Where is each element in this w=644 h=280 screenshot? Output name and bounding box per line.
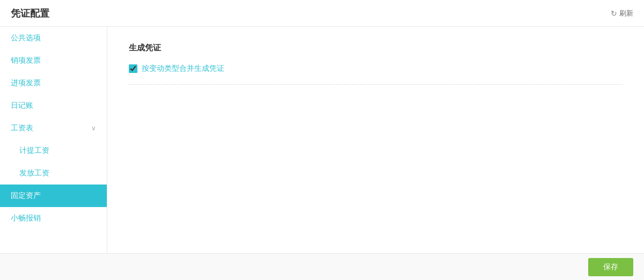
sidebar-item-sales-invoice[interactable]: 销项发票 bbox=[0, 49, 107, 72]
checkbox-row: 按变动类型合并生成凭证 bbox=[129, 64, 623, 73]
save-button[interactable]: 保存 bbox=[588, 258, 633, 276]
page-title: 凭证配置 bbox=[11, 7, 49, 20]
sidebar-item-label: 日记账 bbox=[11, 101, 33, 110]
sidebar-item-label: 固定资产 bbox=[11, 191, 41, 201]
section-divider bbox=[129, 84, 623, 85]
sidebar-item-payroll-sheet[interactable]: 工资表∨ bbox=[0, 117, 107, 139]
section-title: 生成凭证 bbox=[129, 43, 623, 53]
sidebar-item-label: 销项发票 bbox=[11, 56, 41, 65]
sidebar-item-expense-report[interactable]: 小畅报销 bbox=[0, 207, 107, 230]
sidebar-item-label: 小畅报销 bbox=[11, 213, 41, 223]
sidebar-item-journal[interactable]: 日记账 bbox=[0, 94, 107, 117]
sidebar-item-accrued-payroll[interactable]: 计提工资 bbox=[0, 139, 107, 162]
sidebar-item-label: 发放工资 bbox=[19, 168, 49, 178]
main-content: 生成凭证 按变动类型合并生成凭证 bbox=[107, 27, 644, 253]
sidebar-item-paid-payroll[interactable]: 发放工资 bbox=[0, 162, 107, 185]
sidebar-item-purchase-invoice[interactable]: 进项发票 bbox=[0, 72, 107, 94]
merge-by-type-checkbox[interactable] bbox=[129, 64, 137, 73]
page-header: 凭证配置 ↻ 刷新 bbox=[0, 0, 644, 27]
refresh-icon: ↻ bbox=[611, 9, 617, 18]
sidebar: 公共选项销项发票进项发票日记账工资表∨计提工资发放工资固定资产小畅报销 bbox=[0, 27, 107, 253]
sidebar-item-label: 进项发票 bbox=[11, 78, 41, 88]
sidebar-item-public[interactable]: 公共选项 bbox=[0, 27, 107, 49]
sidebar-item-fixed-assets[interactable]: 固定资产 bbox=[0, 185, 107, 207]
sidebar-item-label: 公共选项 bbox=[11, 33, 41, 43]
chevron-down-icon: ∨ bbox=[91, 124, 96, 132]
refresh-button[interactable]: ↻ 刷新 bbox=[611, 9, 633, 18]
page-body: 公共选项销项发票进项发票日记账工资表∨计提工资发放工资固定资产小畅报销 生成凭证… bbox=[0, 27, 644, 253]
sidebar-item-label: 工资表 bbox=[11, 123, 33, 133]
page-footer: 保存 bbox=[0, 253, 644, 280]
refresh-label: 刷新 bbox=[619, 9, 633, 18]
merge-by-type-label[interactable]: 按变动类型合并生成凭证 bbox=[142, 64, 224, 73]
sidebar-item-label: 计提工资 bbox=[19, 146, 49, 156]
